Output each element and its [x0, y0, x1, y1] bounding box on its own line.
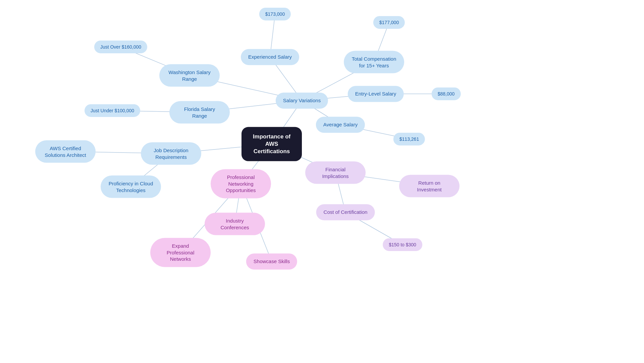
node-roi: Return on Investment — [399, 175, 460, 197]
node-173000: $173,000 — [259, 8, 291, 20]
node-prof-networking: Professional Networking Opportunities — [211, 169, 271, 198]
node-financial-impl: Financial Implications — [305, 162, 366, 184]
node-job-desc: Job Description Requirements — [141, 142, 201, 165]
center-node: Importance of AWS Certifications — [241, 127, 302, 161]
node-cloud-proficiency: Proficiency in Cloud Technologies — [101, 176, 161, 198]
node-aws-csa: AWS Certified Solutions Architect — [35, 140, 96, 163]
node-showcase-skills: Showcase Skills — [246, 253, 297, 269]
node-88000: $88,000 — [432, 87, 461, 100]
node-salary-variations: Salary Variations — [276, 93, 328, 109]
node-industry-conf: Industry Conferences — [205, 213, 265, 235]
node-washington-salary: Washington Salary Range — [159, 64, 220, 87]
node-177000: $177,000 — [373, 16, 405, 29]
node-florida-salary: Florida Salary Range — [169, 101, 230, 124]
node-entry-level: Entry-Level Salary — [348, 86, 404, 102]
node-experienced-salary: Experienced Salary — [241, 49, 299, 65]
node-just-over-160: Just Over $160,000 — [94, 41, 147, 53]
node-average-salary: Average Salary — [316, 117, 365, 133]
node-expand-networks: Expand Professional Networks — [150, 238, 211, 267]
node-just-under-100: Just Under $100,000 — [85, 104, 140, 117]
mind-map: Importance of AWS CertificationsSalary V… — [0, 0, 644, 363]
node-total-comp: Total Compensation for 15+ Years — [344, 51, 404, 73]
node-cost-cert: Cost of Certification — [316, 204, 375, 220]
node-113261: $113,261 — [393, 133, 425, 145]
node-150-300: $150 to $300 — [383, 238, 422, 251]
